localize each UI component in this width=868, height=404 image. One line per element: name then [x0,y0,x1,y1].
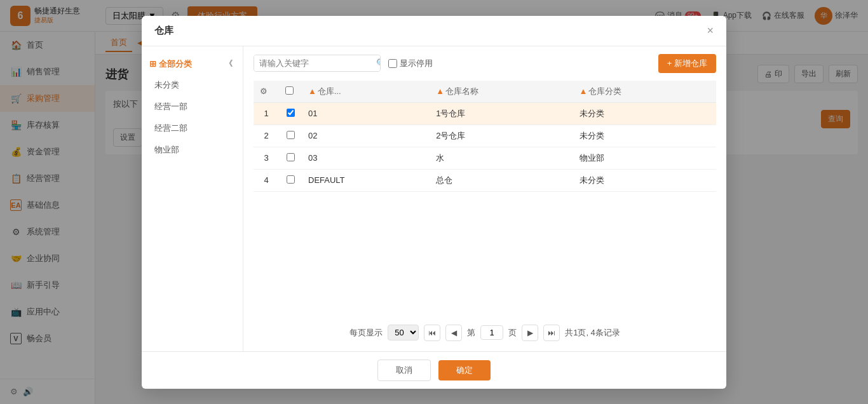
category-header: ⊞ 全部分类 《 [142,54,243,74]
pagination: 每页显示 50 ⏮ ◀ 第 页 ▶ ⏭ 共1页, 4条记录 [254,317,716,344]
cancel-button[interactable]: 取消 [377,360,431,381]
search-button[interactable]: 🔍 [371,55,381,71]
search-box: 🔍 [254,55,381,72]
select-all-checkbox[interactable] [285,86,294,95]
show-disabled-checkbox[interactable] [388,59,397,68]
row-code: 03 [302,147,430,169]
th-settings: ⚙ [254,81,279,103]
cat-item-property[interactable]: 物业部 [142,139,243,161]
row-category: 未分类 [573,125,716,147]
th-category: ▲仓库分类 [573,81,716,103]
prev-page-button[interactable]: ◀ [445,325,462,341]
row-name: 总仓 [430,169,573,191]
row-index: 4 [254,169,279,191]
row-code: 02 [302,125,430,147]
row-checkbox[interactable] [279,147,302,169]
row-index: 2 [254,125,279,147]
add-warehouse-button[interactable]: + 新增仓库 [658,54,716,73]
row-code: DEFAULT [302,169,430,191]
page-size-select[interactable]: 50 [388,325,419,340]
category-collapse-button[interactable]: 《 [222,58,235,71]
row-checkbox[interactable] [279,102,302,125]
row-index: 1 [254,102,279,125]
gear-icon[interactable]: ⚙ [260,86,268,96]
row-index: 3 [254,147,279,169]
all-category-label[interactable]: ⊞ 全部分类 [149,58,192,70]
row-name: 2号仓库 [430,125,573,147]
show-disabled-toggle[interactable]: 显示停用 [388,58,433,69]
th-code: ▲仓库... [302,81,430,103]
last-page-button[interactable]: ⏭ [543,325,560,341]
row-checkbox[interactable] [279,125,302,147]
row-category: 未分类 [573,169,716,191]
table-area: 🔍 显示停用 + 新增仓库 ⚙ [243,46,726,351]
cat-item-dept1[interactable]: 经营一部 [142,96,243,118]
grid-icon: ⊞ [149,59,156,69]
warehouse-modal: 仓库 × ⊞ 全部分类 《 未分类 经营一部 经营二部 物业部 [142,16,726,389]
cat-item-dept2[interactable]: 经营二部 [142,118,243,139]
modal-close-button[interactable]: × [707,25,714,36]
first-page-button[interactable]: ⏮ [424,325,440,341]
row-category: 未分类 [573,102,716,125]
table-row[interactable]: 4 DEFAULT 总仓 未分类 [254,169,716,191]
search-input[interactable] [254,55,371,71]
next-page-button[interactable]: ▶ [522,325,538,341]
confirm-button[interactable]: 确定 [438,360,491,380]
modal-title: 仓库 [154,25,173,37]
cat-item-unclassified[interactable]: 未分类 [142,74,243,96]
page-number-input[interactable] [480,325,503,340]
th-checkbox [279,81,302,103]
row-code: 01 [302,102,430,125]
modal-footer: 取消 确定 [142,351,726,389]
row-category: 物业部 [573,147,716,169]
modal-header: 仓库 × [142,16,726,46]
table-toolbar: 🔍 显示停用 + 新增仓库 [254,54,716,73]
category-sidebar: ⊞ 全部分类 《 未分类 经营一部 经营二部 物业部 [142,46,243,351]
modal-body: ⊞ 全部分类 《 未分类 经营一部 经营二部 物业部 🔍 [142,46,726,351]
th-name: ▲仓库名称 [430,81,573,103]
modal-overlay: 仓库 × ⊞ 全部分类 《 未分类 经营一部 经营二部 物业部 [0,0,868,404]
table-row[interactable]: 3 03 水 物业部 [254,147,716,169]
row-checkbox[interactable] [279,169,302,191]
table-row[interactable]: 1 01 1号仓库 未分类 [254,102,716,125]
warehouse-table: ⚙ ▲仓库... ▲仓库名称 ▲仓库分类 1 01 [254,81,716,192]
row-name: 1号仓库 [430,102,573,125]
table-row[interactable]: 2 02 2号仓库 未分类 [254,125,716,147]
row-name: 水 [430,147,573,169]
